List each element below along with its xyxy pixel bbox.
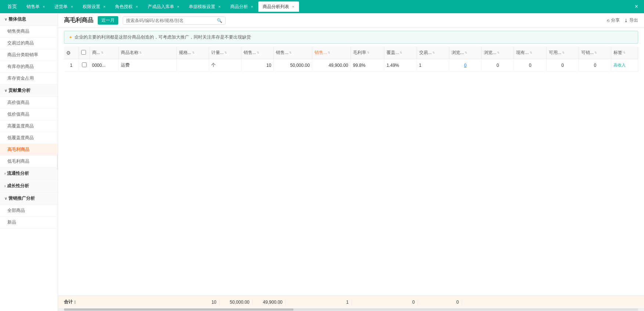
- footer-label: 合计：: [64, 299, 77, 305]
- cell-transactions: 1: [417, 59, 449, 72]
- close-tab-sales[interactable]: ×: [43, 4, 45, 9]
- col-coverage[interactable]: 覆盖...⇅: [384, 47, 417, 59]
- footer-sales-cost: 49,900.00: [253, 300, 286, 305]
- arrow-icon-5: ∨: [4, 196, 7, 200]
- info-banner: ✦ 企业的主要的利润都是这部分商品创造的，可考虑加大推广，同时关注库存是不要出现…: [64, 31, 638, 44]
- sidebar-collapse-button[interactable]: «: [57, 155, 58, 170]
- arrow-icon-2: ∨: [4, 88, 7, 93]
- sidebar-item-all-goods[interactable]: 全部商品: [0, 205, 58, 217]
- cell-sales-qty: 10: [241, 59, 274, 72]
- nav-tab-analysis[interactable]: 商品分析 ×: [226, 1, 258, 12]
- sidebar-group-contribution[interactable]: ∨ 贡献量分析: [0, 84, 58, 97]
- col-stock-available[interactable]: 可用...⇅: [546, 47, 579, 59]
- sidebar-item-traded-goods[interactable]: 交易过的商品: [0, 37, 58, 49]
- share-icon: ⎋: [607, 18, 609, 23]
- col-unit[interactable]: 计量...⇅: [209, 47, 241, 59]
- sidebar-group-flow[interactable]: › 流通性分析: [0, 167, 58, 180]
- date-filter-button[interactable]: 近一月: [98, 16, 118, 25]
- row-checkbox[interactable]: [82, 62, 87, 67]
- nav-tab-purchase[interactable]: 进货单 ×: [50, 1, 77, 12]
- tag-badge: 高收入: [614, 63, 626, 67]
- content-area: 高毛利商品 近一月 🔍 ⎋ 分享 ⤓ 导出 ✦ 企业的主要的利润都是这部分商品创…: [58, 13, 644, 311]
- sidebar-item-high-coverage[interactable]: 高覆盖度商品: [0, 120, 58, 132]
- nav-tab-sales[interactable]: 销售单 ×: [22, 1, 49, 12]
- col-views1[interactable]: 浏览...⇅: [449, 47, 481, 59]
- top-nav: 首页 销售单 × 进货单 × 权限设置 × 角色授权 × 产成品入库单 × 单据…: [0, 0, 644, 13]
- cell-checkbox[interactable]: [79, 59, 90, 72]
- close-tab-permission[interactable]: ×: [103, 4, 105, 9]
- col-sales-qty[interactable]: 销售...⇅: [241, 47, 274, 59]
- sidebar-item-stock-capital[interactable]: 库存资金占用: [0, 73, 58, 84]
- col-views2[interactable]: 浏览...⇅: [482, 47, 514, 59]
- close-tab-purchase[interactable]: ×: [71, 4, 73, 9]
- col-name[interactable]: 商品名称⇅: [118, 47, 176, 59]
- col-sales-cost[interactable]: 销售...⇅: [312, 47, 351, 59]
- sidebar-item-category-rate[interactable]: 商品分类助销率: [0, 49, 58, 61]
- sidebar-group-marketing[interactable]: ∨ 营销推广分析: [0, 192, 58, 205]
- sidebar-item-sales-goods[interactable]: 销售类商品: [0, 26, 58, 37]
- col-tag[interactable]: 标签⇅: [611, 47, 638, 59]
- share-button[interactable]: ⎋ 分享: [607, 17, 620, 23]
- sidebar-item-high-margin[interactable]: 高毛利商品: [0, 144, 58, 156]
- footer-sales-amount: 50,000.00: [220, 300, 253, 305]
- cell-tag: 高收入: [611, 59, 638, 72]
- cell-sales-amount: 50,000.00: [274, 59, 312, 72]
- nav-tab-stock-in[interactable]: 产成品入库单 ×: [143, 1, 184, 12]
- col-code[interactable]: 商...⇅: [90, 47, 118, 59]
- cell-views1[interactable]: 0: [449, 59, 481, 72]
- col-gross-rate[interactable]: 毛利率⇅: [350, 47, 384, 59]
- cell-index: 1: [64, 59, 79, 72]
- footer-stock-saleable: 0: [440, 300, 462, 305]
- horizontal-scrollbar[interactable]: [58, 308, 644, 311]
- table-row: 1 0000... 运费 个 10 50,000.00 49,900.00 99…: [64, 59, 638, 72]
- views1-link[interactable]: 0: [464, 63, 467, 68]
- data-table: ⚙ 商...⇅ 商品名称⇅ 规格...⇅: [64, 47, 638, 72]
- col-checkbox[interactable]: [79, 47, 90, 59]
- close-tab-analysis-list[interactable]: ×: [292, 4, 294, 9]
- sidebar-item-low-margin[interactable]: 低毛利商品: [0, 156, 58, 167]
- col-stock-current[interactable]: 现有...⇅: [514, 47, 546, 59]
- cell-unit: 个: [209, 59, 241, 72]
- footer-sales-qty: 10: [198, 300, 220, 305]
- export-button[interactable]: ⤓ 导出: [624, 17, 638, 23]
- cell-name: 运费: [118, 59, 176, 72]
- col-spec[interactable]: 规格...⇅: [176, 47, 209, 59]
- header-actions: ⎋ 分享 ⤓ 导出: [607, 17, 638, 23]
- sidebar-group-growth[interactable]: › 成长性分析: [0, 180, 58, 192]
- cell-stock-saleable: 0: [579, 59, 611, 72]
- sidebar-item-new-goods[interactable]: 新品: [0, 217, 58, 228]
- cell-stock-available: 0: [546, 59, 579, 72]
- col-sales-amount[interactable]: 销售...⇅: [274, 47, 312, 59]
- nav-tab-permission[interactable]: 权限设置 ×: [78, 1, 110, 12]
- search-icon[interactable]: 🔍: [217, 18, 222, 23]
- close-tab-template[interactable]: ×: [218, 4, 220, 9]
- info-icon: ✦: [69, 35, 72, 40]
- table-header-row: ⚙ 商...⇅ 商品名称⇅ 规格...⇅: [64, 47, 638, 59]
- cell-gross-rate: 99.8%: [350, 59, 384, 72]
- cell-spec: [176, 59, 209, 72]
- select-all-checkbox[interactable]: [81, 50, 86, 55]
- close-tab-role[interactable]: ×: [136, 4, 138, 9]
- col-settings[interactable]: ⚙: [64, 47, 79, 59]
- scrollbar-track[interactable]: [64, 308, 638, 311]
- info-text: 企业的主要的利润都是这部分商品创造的，可考虑加大推广，同时关注库存是不要出现缺货: [75, 34, 251, 40]
- nav-tab-template[interactable]: 单据模板设置 ×: [184, 1, 225, 12]
- nav-tab-role[interactable]: 角色授权 ×: [111, 1, 142, 12]
- window-close-button[interactable]: ×: [632, 3, 641, 10]
- nav-tab-analysis-list[interactable]: 商品分析列表 ×: [258, 1, 299, 12]
- footer-stock-current: 0: [396, 300, 418, 305]
- data-table-container[interactable]: ⚙ 商...⇅ 商品名称⇅ 规格...⇅: [58, 47, 644, 296]
- sidebar-item-low-value[interactable]: 低价值商品: [0, 109, 58, 120]
- sidebar-group-overall[interactable]: ∨ 整体信息: [0, 13, 58, 26]
- sidebar-item-in-stock[interactable]: 有库存的商品: [0, 61, 58, 73]
- col-transactions[interactable]: 交易...⇅: [417, 47, 449, 59]
- scrollbar-thumb[interactable]: [64, 308, 294, 311]
- col-stock-saleable[interactable]: 可销...⇅: [579, 47, 611, 59]
- nav-home[interactable]: 首页: [3, 3, 21, 10]
- close-tab-analysis[interactable]: ×: [251, 4, 253, 9]
- search-box: 🔍: [123, 17, 226, 25]
- close-tab-stock-in[interactable]: ×: [177, 4, 179, 9]
- sidebar-item-low-coverage[interactable]: 低覆盖度商品: [0, 132, 58, 144]
- search-input[interactable]: [126, 18, 215, 23]
- sidebar-item-high-value[interactable]: 高价值商品: [0, 97, 58, 109]
